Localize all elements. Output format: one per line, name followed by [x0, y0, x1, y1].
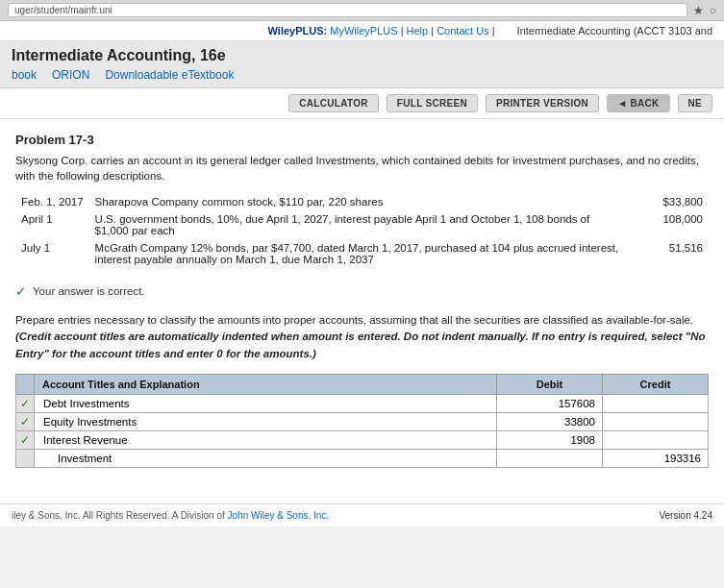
header-debit: Debit	[497, 374, 603, 394]
header-check-col	[16, 374, 35, 394]
footer-link[interactable]: John Wiley & Sons, Inc.	[228, 510, 330, 521]
full-screen-button[interactable]: FULL SCREEN	[387, 94, 478, 112]
browser-bar: uger/student/mainfr.uni ★ ○	[0, 0, 724, 21]
credit-input-2[interactable]	[607, 415, 704, 429]
browser-icons: ★ ○	[693, 4, 716, 17]
debit-input-4[interactable]	[501, 452, 598, 465]
entry-row-3: ✓	[16, 430, 709, 449]
transaction-desc-2: U.S. government bonds, 10%, due April 1,…	[89, 210, 632, 239]
account-input-3[interactable]	[40, 433, 490, 447]
credit-cell-4[interactable]	[603, 449, 709, 467]
table-row: July 1 McGrath Company 12% bonds, par $4…	[15, 239, 709, 268]
course-title: Intermediate Accounting (ACCT 3103 and	[517, 25, 712, 37]
credit-input-4[interactable]	[607, 452, 704, 465]
circle-icon: ○	[710, 4, 716, 17]
transaction-date-1: Feb. 1, 2017	[15, 193, 89, 210]
account-input-1[interactable]	[40, 397, 490, 410]
calculator-button[interactable]: CALCULATOR	[288, 94, 379, 112]
correct-text: Your answer is correct.	[33, 285, 145, 297]
contact-link[interactable]: Contact Us	[437, 25, 488, 37]
correct-notice: ✓ Your answer is correct.	[15, 280, 709, 303]
entry-table: Account Titles and Explanation Debit Cre…	[15, 374, 709, 468]
table-row: April 1 U.S. government bonds, 10%, due …	[15, 210, 709, 239]
row-check-icon-3: ✓	[20, 433, 30, 447]
credit-input-1[interactable]	[607, 397, 704, 410]
transaction-date-2: April 1	[15, 210, 89, 239]
row-check-icon-2: ✓	[20, 415, 30, 429]
debit-cell-4[interactable]	[497, 449, 603, 467]
problem-description: Skysong Corp. carries an account in its …	[15, 153, 709, 184]
wiley-brand: WileyPLUS:	[268, 25, 328, 37]
credit-cell-2[interactable]	[603, 412, 709, 430]
debit-input-1[interactable]	[501, 397, 598, 410]
transaction-amount-3: 51,516	[632, 239, 709, 268]
version-label: Version 4.24	[659, 510, 712, 521]
footer: iley & Sons, Inc. All Rights Reserved. A…	[0, 503, 724, 527]
check-cell-2: ✓	[16, 412, 35, 430]
account-cell-3[interactable]	[35, 430, 497, 449]
footer-copyright-text: iley & Sons, Inc. All Rights Reserved. A…	[12, 510, 228, 521]
table-header-row: Account Titles and Explanation Debit Cre…	[16, 374, 709, 394]
footer-copyright: iley & Sons, Inc. All Rights Reserved. A…	[12, 510, 329, 521]
help-link[interactable]: Help	[407, 25, 429, 37]
instructions: Prepare entries necessary to classify th…	[15, 312, 709, 362]
account-cell-2[interactable]	[35, 412, 497, 430]
credit-input-3[interactable]	[607, 433, 704, 447]
transaction-desc-1: Sharapova Company common stock, $110 par…	[89, 193, 632, 210]
nav-orion[interactable]: ORION	[52, 68, 89, 82]
transaction-amount-1: $33,800	[632, 193, 709, 210]
app-header: Intermediate Accounting, 16e book ORION …	[0, 41, 724, 88]
nav-etextbook[interactable]: Downloadable eTextbook	[105, 68, 234, 82]
entry-row-4: ✓	[16, 449, 709, 467]
debit-cell-1[interactable]	[497, 394, 603, 412]
table-row: Feb. 1, 2017 Sharapova Company common st…	[15, 193, 709, 210]
entry-row-2: ✓	[16, 412, 709, 430]
nav-book[interactable]: book	[12, 68, 37, 82]
check-cell-3: ✓	[16, 430, 35, 449]
debit-cell-2[interactable]	[497, 412, 603, 430]
credit-cell-3[interactable]	[603, 430, 709, 449]
toolbar: CALCULATOR FULL SCREEN PRINTER VERSION ◄…	[0, 88, 724, 119]
row-check-icon-1: ✓	[20, 397, 30, 410]
account-cell-4[interactable]	[35, 449, 497, 467]
account-input-4[interactable]	[40, 452, 490, 465]
transactions-table: Feb. 1, 2017 Sharapova Company common st…	[15, 193, 709, 268]
check-cell-1: ✓	[16, 394, 35, 412]
instruction-bold: (Credit account titles are automatically…	[15, 331, 706, 358]
transaction-date-3: July 1	[15, 239, 89, 268]
debit-cell-3[interactable]	[497, 430, 603, 449]
transaction-amount-2: 108,000	[632, 210, 709, 239]
problem-title: Problem 17-3	[15, 133, 709, 147]
row-check-icon-4: ✓	[20, 452, 30, 465]
check-icon: ✓	[15, 283, 27, 299]
debit-input-3[interactable]	[501, 433, 598, 447]
account-cell-1[interactable]	[35, 394, 497, 412]
entry-row-1: ✓	[16, 394, 709, 412]
credit-cell-1[interactable]	[603, 394, 709, 412]
my-wiley-plus-link[interactable]: MyWileyPLUS	[330, 25, 397, 37]
app-title: Intermediate Accounting, 16e	[12, 47, 712, 64]
transaction-desc-3: McGrath Company 12% bonds, par $47,700, …	[89, 239, 632, 268]
instruction-text: Prepare entries necessary to classify th…	[15, 314, 693, 326]
back-button[interactable]: ◄ BACK	[607, 94, 669, 112]
account-input-2[interactable]	[40, 415, 490, 429]
debit-input-2[interactable]	[501, 415, 598, 429]
wiley-header: WileyPLUS: MyWileyPLUS | Help | Contact …	[0, 21, 724, 41]
header-credit: Credit	[603, 374, 709, 394]
next-button[interactable]: NE	[678, 94, 713, 112]
header-account: Account Titles and Explanation	[35, 374, 497, 394]
url-bar[interactable]: uger/student/mainfr.uni	[8, 3, 687, 17]
check-cell-4: ✓	[16, 449, 35, 467]
main-content: Problem 17-3 Skysong Corp. carries an ac…	[0, 119, 724, 503]
printer-version-button[interactable]: PRINTER VERSION	[486, 94, 599, 112]
star-icon: ★	[693, 4, 704, 17]
nav-bar: book ORION Downloadable eTextbook	[12, 68, 712, 82]
